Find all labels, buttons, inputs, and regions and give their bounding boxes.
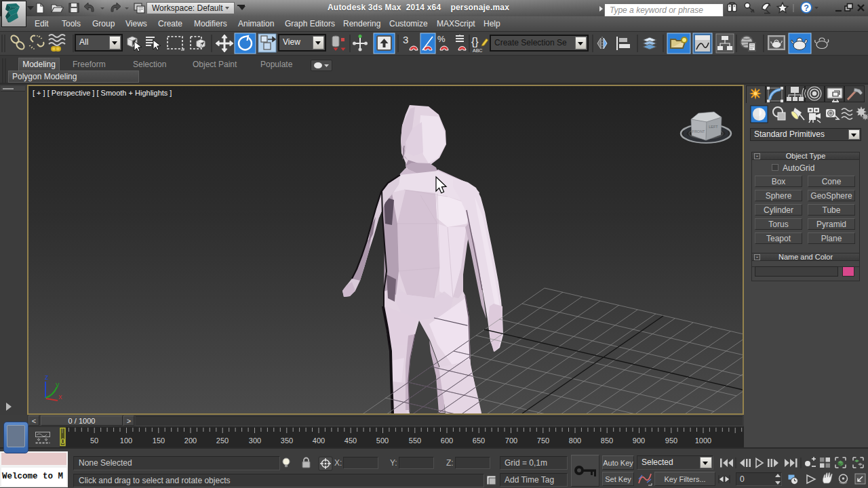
svg-text:1000: 1000 (695, 436, 711, 445)
svg-text:LEFT: LEFT (709, 125, 718, 129)
svg-text:%: % (437, 34, 446, 44)
svg-text:300: 300 (249, 436, 261, 445)
svg-text:550: 550 (409, 436, 421, 445)
svg-text:250: 250 (216, 436, 229, 445)
svg-text:450: 450 (344, 436, 357, 445)
svg-text:500: 500 (376, 436, 389, 445)
svg-text:100: 100 (120, 436, 132, 445)
svg-text:FRONT: FRONT (692, 129, 706, 134)
svg-text:z: z (45, 373, 49, 381)
svg-text:750: 750 (537, 436, 549, 445)
svg-text:350: 350 (281, 436, 293, 445)
svg-text:600: 600 (441, 436, 453, 445)
svg-text:y: y (56, 380, 60, 388)
svg-text:?: ? (804, 3, 809, 13)
svg-text:400: 400 (313, 436, 325, 445)
svg-text:50: 50 (90, 436, 98, 445)
svg-text:0: 0 (60, 437, 64, 445)
svg-text:{}: {} (471, 36, 479, 47)
svg-text:200: 200 (184, 436, 197, 445)
svg-text:650: 650 (473, 436, 485, 445)
svg-text:ABC: ABC (473, 48, 482, 53)
svg-text:3: 3 (403, 34, 408, 45)
svg-text:950: 950 (665, 436, 677, 445)
svg-text:150: 150 (153, 436, 165, 445)
svg-text:900: 900 (633, 436, 645, 445)
svg-text:850: 850 (601, 436, 613, 445)
svg-text:x: x (58, 392, 62, 401)
svg-text:700: 700 (505, 436, 517, 445)
svg-text:800: 800 (569, 436, 581, 445)
